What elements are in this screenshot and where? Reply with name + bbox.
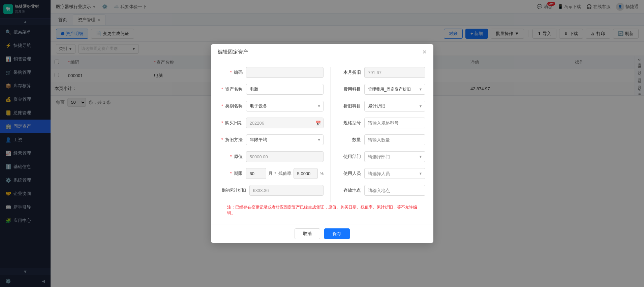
department-select-wrap: ▼ <box>364 151 425 162</box>
code-field-row: * 编码 <box>219 67 324 78</box>
expense-subject-wrap: ▼ <box>364 84 425 95</box>
department-label: 使用部门 <box>337 154 364 160</box>
dep-subject-input[interactable] <box>364 101 425 111</box>
modal-header: 编辑固定资产 ✕ <box>211 44 433 60</box>
term-unit: 月 <box>268 170 273 177</box>
department-select[interactable] <box>364 151 425 162</box>
dep-method-field-row: * 折旧方法 ▼ <box>219 134 324 145</box>
quantity-field-row: 数量 <box>337 134 425 145</box>
save-button[interactable]: 保存 <box>324 228 350 239</box>
person-label: 使用人员 <box>337 170 364 177</box>
dep-method-select[interactable] <box>246 134 324 145</box>
modal-note: 注：已经存在变更记录或者对应固定资产已经生成凭证，原值、购买日期、残值率、累计折… <box>219 202 425 217</box>
code-label: * 编码 <box>219 69 246 75</box>
location-label: 存放地点 <box>337 187 364 193</box>
purchase-date-input[interactable] <box>246 118 324 128</box>
modal-overlay: 编辑固定资产 ✕ * 编码 <box>0 0 644 287</box>
purchase-date-wrap: 📅 <box>246 118 324 128</box>
location-field-row: 存放地点 <box>337 185 425 196</box>
category-label: * 类别名称 <box>219 103 246 109</box>
purchase-date-label: * 购买日期 <box>219 120 246 126</box>
person-field-row: 使用人员 ▼ <box>337 168 425 179</box>
residual-rate-unit: % <box>320 171 324 176</box>
quantity-label: 数量 <box>337 137 364 143</box>
monthly-dep-input <box>364 67 425 78</box>
calendar-icon[interactable]: 📅 <box>315 121 321 126</box>
spec-input[interactable] <box>364 118 425 128</box>
category-select-wrap: ▼ <box>246 101 324 111</box>
spec-field-row: 规格型号 <box>337 118 425 128</box>
original-value-input[interactable] <box>246 151 324 162</box>
name-field-row: * 资产名称 <box>219 84 324 95</box>
location-input[interactable] <box>364 185 425 196</box>
name-label: * 资产名称 <box>219 86 246 92</box>
term-label: * 期限 <box>219 170 246 177</box>
original-value-label: * 原值 <box>219 154 246 160</box>
term-residual-row: * 期限 月 * 残值率 % <box>219 168 324 179</box>
residual-rate-input[interactable] <box>294 168 318 179</box>
name-input[interactable] <box>246 84 324 95</box>
quantity-input[interactable] <box>364 134 425 145</box>
term-input[interactable] <box>246 168 266 179</box>
modal-close-btn[interactable]: ✕ <box>422 49 427 55</box>
term-residual-inline: 月 * 残值率 % <box>246 168 324 179</box>
dep-subject-wrap: ▼ <box>364 101 425 111</box>
modal-title: 编辑固定资产 <box>218 49 248 55</box>
residual-rate-text: 残值率 <box>278 170 292 177</box>
monthly-dep-field-row: 本月折旧 <box>337 67 425 78</box>
spec-label: 规格型号 <box>337 120 364 126</box>
modal-footer: 取消 保存 <box>211 224 433 243</box>
category-field-row: * 类别名称 ▼ <box>219 101 324 111</box>
monthly-dep-label: 本月折旧 <box>337 69 364 75</box>
dep-subject-label: 折旧科目 <box>337 103 364 109</box>
residual-rate-label: * <box>275 171 276 176</box>
person-select[interactable] <box>364 168 425 179</box>
person-select-wrap: ▼ <box>364 168 425 179</box>
cancel-button[interactable]: 取消 <box>295 228 320 239</box>
dep-method-select-wrap: ▼ <box>246 134 324 145</box>
expense-subject-field-row: 费用科目 ▼ <box>337 84 425 95</box>
dep-subject-field-row: 折旧科目 ▼ <box>337 101 425 111</box>
department-field-row: 使用部门 ▼ <box>337 151 425 162</box>
modal-body: * 编码 * 资产名称 <box>211 60 433 224</box>
expense-subject-label: 费用科目 <box>337 86 364 92</box>
original-value-field-row: * 原值 <box>219 151 324 162</box>
expense-subject-input[interactable] <box>364 84 425 95</box>
category-select[interactable] <box>246 101 324 111</box>
initial-dep-input[interactable] <box>249 185 324 196</box>
initial-dep-label: 期初累计折旧 <box>219 188 249 193</box>
initial-dep-field-row: 期初累计折旧 <box>219 185 324 196</box>
modal-form: * 编码 * 资产名称 <box>219 67 425 202</box>
purchase-date-field-row: * 购买日期 📅 <box>219 118 324 128</box>
edit-asset-modal: 编辑固定资产 ✕ * 编码 <box>211 44 433 243</box>
code-input[interactable] <box>246 67 324 78</box>
dep-method-label: * 折旧方法 <box>219 137 246 143</box>
